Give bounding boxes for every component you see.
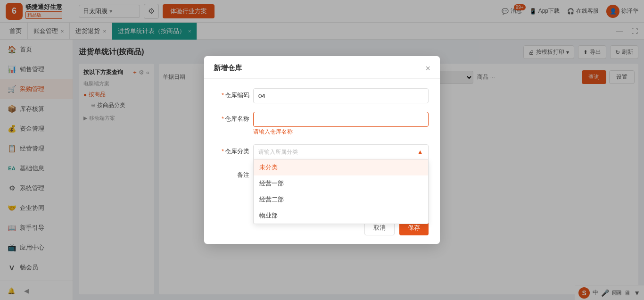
warehouse-name-input-wrap: 请输入仓库名称 [253, 112, 429, 136]
warehouse-name-input[interactable] [253, 112, 429, 127]
remark-label: 备注 [215, 168, 253, 179]
category-option-dept1[interactable]: 经营一部 [254, 175, 428, 192]
dialog-overlay[interactable]: 新增仓库 × 仓库编码 仓库名称 请输入仓库名称 仓库分类 [0, 0, 644, 300]
category-option-dept3[interactable]: 物业部 [254, 208, 428, 224]
warehouse-category-display[interactable]: 请输入所属分类 ▲ [253, 144, 429, 159]
new-warehouse-dialog: 新增仓库 × 仓库编码 仓库名称 请输入仓库名称 仓库分类 [204, 56, 440, 244]
warehouse-name-label: 仓库名称 [215, 112, 253, 123]
category-option-dept2[interactable]: 经营二部 [254, 192, 428, 208]
category-dropdown: 未分类 经营一部 经营二部 物业部 [253, 159, 429, 224]
dialog-title: 新增仓库 [214, 64, 242, 73]
chevron-up-icon: ▲ [417, 148, 423, 156]
warehouse-code-row: 仓库编码 [215, 88, 429, 103]
warehouse-name-row: 仓库名称 请输入仓库名称 [215, 112, 429, 136]
category-option-unclassified[interactable]: 未分类 [254, 159, 428, 175]
warehouse-code-input-wrap [253, 88, 429, 103]
dialog-close-button[interactable]: × [425, 64, 430, 73]
warehouse-name-error: 请输入仓库名称 [253, 128, 429, 136]
dialog-header: 新增仓库 × [204, 56, 440, 79]
warehouse-code-input[interactable] [253, 88, 429, 103]
warehouse-code-label: 仓库编码 [215, 88, 253, 100]
category-placeholder: 请输入所属分类 [258, 148, 298, 156]
warehouse-category-label: 仓库分类 [215, 144, 253, 156]
warehouse-category-row: 仓库分类 请输入所属分类 ▲ 未分类 经营一部 经营二部 物业部 [215, 144, 429, 159]
warehouse-category-select-wrap: 请输入所属分类 ▲ 未分类 经营一部 经营二部 物业部 [253, 144, 429, 159]
dialog-body: 仓库编码 仓库名称 请输入仓库名称 仓库分类 请输入所属分类 [204, 79, 440, 216]
